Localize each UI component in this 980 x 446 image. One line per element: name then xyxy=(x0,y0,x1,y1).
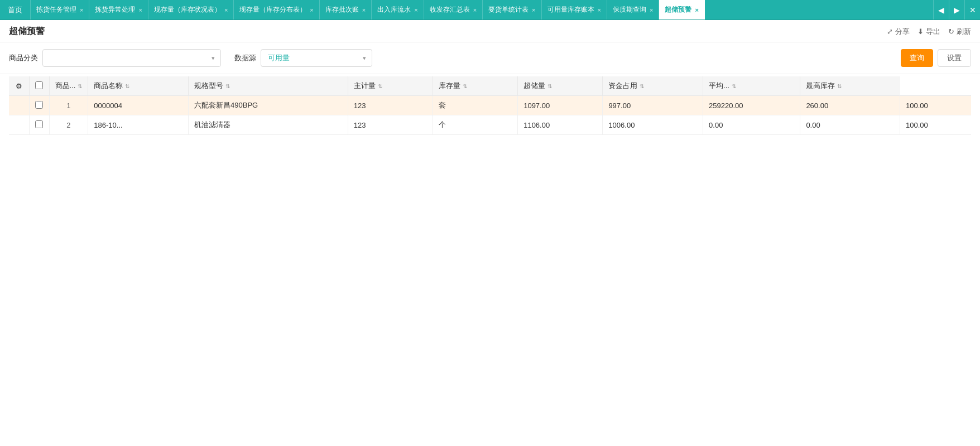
table-row: 1 0000004 六配套新昌490BPG 123 套 1097.00 997.… xyxy=(9,96,971,115)
row-capital-1: 0.00 xyxy=(703,115,800,135)
nav-tab-4-close[interactable]: × xyxy=(310,7,313,13)
category-filter-group: 商品分类 ▾ xyxy=(9,49,221,67)
th-max-stock-sort-icon: ⇅ xyxy=(837,83,842,89)
row-avg-1: 0.00 xyxy=(800,115,900,135)
nav-arrows: ◀ ▶ ✕ xyxy=(933,0,980,20)
nav-tab-2-close[interactable]: × xyxy=(138,7,142,13)
category-filter-label: 商品分类 xyxy=(9,53,38,63)
row-checkbox-1[interactable] xyxy=(35,120,43,128)
nav-tab-10-label: 保质期查询 xyxy=(613,5,646,14)
nav-tab-1[interactable]: 拣货任务管理 × xyxy=(31,0,89,20)
th-unit[interactable]: 主计量 ⇅ xyxy=(348,76,433,96)
th-spec[interactable]: 规格型号 ⇅ xyxy=(189,76,348,96)
nav-tab-1-label: 拣货任务管理 xyxy=(36,5,76,14)
table-header-row: ⚙ 商品... ⇅ 商品名称 ⇅ xyxy=(9,76,971,96)
th-max-stock-label: 最高库存 xyxy=(806,81,835,91)
th-overstock[interactable]: 超储量 ⇅ xyxy=(518,76,603,96)
nav-close-button[interactable]: ✕ xyxy=(964,0,980,20)
datasource-select[interactable]: 可用量 ▾ xyxy=(261,49,372,67)
nav-prev-button[interactable]: ◀ xyxy=(933,0,949,20)
th-unit-label: 主计量 xyxy=(354,81,376,91)
row-checkbox-0[interactable] xyxy=(35,101,43,109)
row-spec-1: 123 xyxy=(348,115,433,135)
settings-button[interactable]: 设置 xyxy=(938,49,971,67)
refresh-label: 刷新 xyxy=(957,27,971,37)
filter-area: 商品分类 ▾ 数据源 可用量 ▾ 查询 设置 xyxy=(0,42,980,74)
th-settings[interactable]: ⚙ xyxy=(9,76,29,96)
nav-tab-2[interactable]: 拣货异常处理 × xyxy=(89,0,148,20)
nav-tab-3-close[interactable]: × xyxy=(224,7,228,13)
nav-tab-10-close[interactable]: × xyxy=(650,7,653,13)
datasource-filter-label: 数据源 xyxy=(234,53,256,63)
refresh-action[interactable]: ↻ 刷新 xyxy=(948,27,971,37)
nav-tab-5-label: 库存批次账 xyxy=(325,5,359,14)
th-avg[interactable]: 平均... ⇅ xyxy=(703,76,800,96)
row-unit-0: 套 xyxy=(433,96,517,115)
share-icon: ⤢ xyxy=(887,27,893,36)
page-header: 超储预警 ⤢ 分享 ⬇ 导出 ↻ 刷新 xyxy=(0,20,980,42)
row-max-stock-0: 100.00 xyxy=(900,96,971,115)
th-max-stock[interactable]: 最高库存 ⇅ xyxy=(800,76,900,96)
share-action[interactable]: ⤢ 分享 xyxy=(887,27,910,37)
th-capital[interactable]: 资金占用 ⇅ xyxy=(603,76,703,96)
nav-tab-10[interactable]: 保质期查询 × xyxy=(607,0,659,20)
category-select-arrow: ▾ xyxy=(212,55,215,62)
nav-tab-5[interactable]: 库存批次账 × xyxy=(320,0,372,20)
nav-tab-11[interactable]: 超储预警 × xyxy=(659,0,704,20)
home-label: 首页 xyxy=(8,5,22,15)
nav-next-button[interactable]: ▶ xyxy=(949,0,964,20)
export-icon: ⬇ xyxy=(917,27,924,36)
th-overstock-label: 超储量 xyxy=(523,81,545,91)
row-stock-1: 1106.00 xyxy=(518,115,603,135)
nav-tab-3[interactable]: 现存量（库存状况表） × xyxy=(148,0,234,20)
nav-tab-9-label: 可用量库存账本 xyxy=(547,5,594,14)
nav-tab-4[interactable]: 现存量（库存分布表） × xyxy=(234,0,319,20)
row-product-code-0: 0000004 xyxy=(88,96,189,115)
category-select[interactable]: ▾ xyxy=(42,49,221,67)
th-spec-sort-icon: ⇅ xyxy=(225,83,230,89)
nav-tab-9[interactable]: 可用量库存账本 × xyxy=(542,0,607,20)
th-stock-label: 库存量 xyxy=(439,81,460,91)
share-label: 分享 xyxy=(895,27,910,37)
nav-tab-8-label: 要货单统计表 xyxy=(488,5,529,14)
nav-tab-3-label: 现存量（库存状况表） xyxy=(154,5,221,14)
nav-tab-4-label: 现存量（库存分布表） xyxy=(239,5,306,14)
nav-tab-7-close[interactable]: × xyxy=(473,7,477,13)
nav-tab-8[interactable]: 要货单统计表 × xyxy=(483,0,541,20)
row-num-0: 1 xyxy=(49,96,88,115)
nav-tab-5-close[interactable]: × xyxy=(362,7,366,13)
nav-tab-6-close[interactable]: × xyxy=(414,7,417,13)
nav-tab-6[interactable]: 出入库流水 × xyxy=(372,0,424,20)
th-capital-label: 资金占用 xyxy=(608,81,637,91)
nav-tab-1-close[interactable]: × xyxy=(80,7,83,13)
th-product-code-label: 商品... xyxy=(55,81,76,91)
row-max-stock-1: 100.00 xyxy=(900,115,971,135)
export-action[interactable]: ⬇ 导出 xyxy=(917,27,940,37)
select-all-checkbox[interactable] xyxy=(35,81,43,89)
page-title: 超储预警 xyxy=(9,26,45,37)
row-unit-1: 个 xyxy=(433,115,517,135)
nav-tab-11-close[interactable]: × xyxy=(695,7,698,13)
home-tab[interactable]: 首页 xyxy=(0,0,31,20)
th-product-code[interactable]: 商品... ⇅ xyxy=(49,76,88,96)
nav-tab-6-label: 出入库流水 xyxy=(377,5,411,14)
row-spec-0: 123 xyxy=(348,96,433,115)
data-table: ⚙ 商品... ⇅ 商品名称 ⇅ xyxy=(9,76,971,135)
row-overstock-1: 1006.00 xyxy=(603,115,703,135)
row-stock-0: 1097.00 xyxy=(518,96,603,115)
th-checkbox xyxy=(29,76,49,96)
th-overstock-sort-icon: ⇅ xyxy=(547,83,552,89)
th-stock[interactable]: 库存量 ⇅ xyxy=(433,76,517,96)
nav-tab-8-close[interactable]: × xyxy=(532,7,535,13)
th-avg-sort-icon: ⇅ xyxy=(732,83,736,89)
row-product-code-1: 186-10... xyxy=(88,115,189,135)
th-product-name[interactable]: 商品名称 ⇅ xyxy=(88,76,189,96)
datasource-filter-group: 数据源 可用量 ▾ xyxy=(234,49,372,67)
filter-actions: 查询 设置 xyxy=(901,49,971,67)
nav-tab-7[interactable]: 收发存汇总表 × xyxy=(424,0,483,20)
nav-tab-9-close[interactable]: × xyxy=(598,7,601,13)
table-container: ⚙ 商品... ⇅ 商品名称 ⇅ xyxy=(0,76,980,135)
nav-tab-2-label: 拣货异常处理 xyxy=(95,5,135,14)
query-button[interactable]: 查询 xyxy=(901,49,933,67)
table-row: 2 186-10... 机油滤清器 123 个 1106.00 1006.00 … xyxy=(9,115,971,135)
